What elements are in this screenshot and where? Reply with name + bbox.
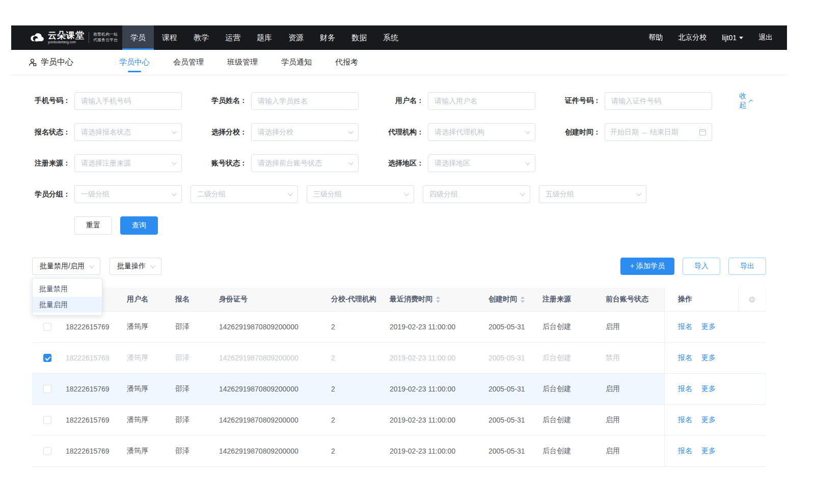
cell-username: 潘筠厚 — [127, 312, 175, 342]
filter-select[interactable]: 请选择分校 — [251, 123, 359, 141]
enroll-link[interactable]: 报名 — [678, 353, 692, 362]
filter-group: 账号状态：请选择前台账号状态 — [209, 154, 386, 172]
filter-row-2: 报名状态：请选择报名状态选择分校：请选择分校代理机构：请选择代理机构创建时间：开… — [32, 123, 766, 141]
collapse-toggle[interactable]: 收起 — [739, 92, 753, 110]
filter-label: 选择分校： — [209, 128, 247, 137]
tab-会员管理[interactable]: 会员管理 — [172, 50, 205, 75]
filter-select[interactable]: 请选择报名状态 — [74, 123, 182, 141]
cell-branch-agency: 2 — [320, 405, 389, 435]
filter-label: 学员姓名： — [209, 96, 247, 105]
filter-label: 账号状态： — [209, 159, 247, 168]
row-checkbox[interactable] — [43, 354, 51, 362]
cell-source: 后台创建 — [539, 343, 593, 373]
cell-status: 启用 — [593, 312, 664, 342]
cell-username: 潘筠厚 — [127, 405, 175, 435]
cell-branch-agency: 2 — [320, 312, 389, 342]
enroll-link[interactable]: 报名 — [678, 415, 692, 425]
chevron-up-icon — [749, 99, 753, 103]
row-checkbox[interactable] — [43, 447, 51, 455]
more-link[interactable]: 更多 — [701, 384, 716, 394]
filter-select[interactable]: 三级分组 — [307, 185, 414, 203]
app-frame: 云朵课堂 yunduoketang.com 教育机构一站 式服务云平台 学员课程… — [11, 25, 787, 467]
filter-input[interactable] — [74, 92, 182, 110]
table-row: 18222615769 潘筠厚 邵泽 14262919870809200000 … — [32, 374, 766, 405]
enroll-link[interactable]: 报名 — [678, 446, 692, 456]
top-navbar-right: 帮助 北京分校 lijt01 退出 — [648, 25, 787, 50]
filter-group: 报名状态：请选择报名状态 — [32, 123, 209, 141]
logout-link[interactable]: 退出 — [758, 33, 773, 42]
row-checkbox[interactable] — [43, 385, 51, 393]
cell-status: 启用 — [593, 436, 664, 466]
tab-代报考[interactable]: 代报考 — [334, 50, 359, 75]
branch-link[interactable]: 北京分校 — [678, 33, 707, 42]
sort-icon[interactable] — [521, 296, 525, 303]
header-operations: 操作 — [664, 288, 738, 311]
nav-item[interactable]: 教学 — [185, 25, 217, 50]
person-icon — [28, 58, 37, 67]
table-row: 18222615769 潘筠厚 邵泽 14262919870809200000 … — [32, 436, 766, 467]
filter-select[interactable]: 一级分组 — [74, 185, 182, 203]
import-button[interactable]: 导入 — [683, 258, 720, 275]
header-username: 用户名 — [127, 288, 175, 311]
brand-domain: yunduoketang.com — [48, 41, 85, 44]
cell-branch-agency: 2 — [320, 343, 389, 373]
cell-last-consume: 2019-02-23 11:00:00 — [389, 343, 478, 373]
table-row: 18222615769 潘筠厚 邵泽 14262919870809200000 … — [32, 405, 766, 436]
header-last-consume: 最近消费时间 — [389, 288, 478, 311]
filter-input[interactable] — [251, 92, 359, 110]
filter-select[interactable]: 四级分组 — [423, 185, 530, 203]
filter-select[interactable]: 请选择前台账号状态 — [251, 154, 359, 172]
filter-group: 证件号码： — [562, 92, 739, 110]
row-checkbox[interactable] — [43, 416, 51, 424]
filter-row-groups: 学员分组： 一级分组二级分组三级分组四级分组五级分组 — [32, 185, 766, 203]
more-link[interactable]: 更多 — [701, 353, 716, 362]
add-student-button[interactable]: + 添加学员 — [620, 258, 674, 275]
help-link[interactable]: 帮助 — [648, 33, 663, 42]
filter-select[interactable]: 请选择地区 — [428, 154, 535, 172]
chevron-down-icon — [520, 191, 525, 196]
tab-学员通知[interactable]: 学员通知 — [280, 50, 313, 75]
filter-input[interactable] — [605, 92, 712, 110]
cell-id-number: 14262919870809200000 — [213, 343, 320, 373]
filter-select[interactable]: 五级分组 — [539, 185, 646, 203]
nav-item[interactable]: 数据 — [343, 25, 375, 50]
tab-学员中心[interactable]: 学员中心 — [118, 50, 151, 75]
cell-source: 后台创建 — [539, 405, 593, 435]
cell-phone: 18222615769 — [61, 405, 127, 435]
filter-buttons: 重置 查询 — [74, 216, 766, 235]
enroll-link[interactable]: 报名 — [678, 322, 692, 331]
user-menu[interactable]: lijt01 — [722, 34, 743, 42]
batch-operations-button[interactable]: 批量操作 — [110, 258, 161, 275]
date-range-picker[interactable]: 开始日期–结束日期 — [605, 123, 712, 141]
row-checkbox[interactable] — [43, 323, 51, 331]
dropdown-item[interactable]: 批量禁用 — [33, 281, 102, 297]
dropdown-item[interactable]: 批量启用 — [33, 297, 102, 313]
more-link[interactable]: 更多 — [701, 446, 716, 456]
nav-item[interactable]: 系统 — [375, 25, 406, 50]
filter-select[interactable]: 请选择代理机构 — [428, 123, 535, 141]
sort-icon[interactable] — [436, 296, 440, 303]
nav-item[interactable]: 学员 — [122, 25, 154, 50]
nav-item[interactable]: 课程 — [154, 25, 185, 50]
top-menu: 学员课程教学运营题库资源财务数据系统 — [122, 25, 406, 50]
filter-input[interactable] — [428, 92, 535, 110]
search-button[interactable]: 查询 — [120, 216, 158, 235]
nav-item[interactable]: 财务 — [312, 25, 343, 50]
nav-item[interactable]: 资源 — [280, 25, 312, 50]
more-link[interactable]: 更多 — [701, 415, 716, 425]
more-link[interactable]: 更多 — [701, 322, 716, 331]
reset-button[interactable]: 重置 — [74, 216, 112, 235]
nav-item[interactable]: 题库 — [249, 25, 280, 50]
nav-item[interactable]: 运营 — [217, 25, 249, 50]
cell-phone: 18222615769 — [61, 343, 127, 373]
cell-last-consume: 2019-02-23 11:00:00 — [389, 312, 478, 342]
export-button[interactable]: 导出 — [728, 258, 766, 275]
filter-select[interactable]: 二级分组 — [191, 185, 298, 203]
gear-icon[interactable]: ⚙ — [748, 295, 755, 304]
logo-divider — [89, 32, 89, 43]
tab-班级管理[interactable]: 班级管理 — [226, 50, 259, 75]
batch-disable-enable-button[interactable]: 批量禁用/启用 — [32, 258, 100, 275]
header-source: 注册来源 — [539, 288, 593, 311]
enroll-link[interactable]: 报名 — [678, 384, 692, 394]
filter-select[interactable]: 请选择注册来源 — [74, 154, 182, 172]
